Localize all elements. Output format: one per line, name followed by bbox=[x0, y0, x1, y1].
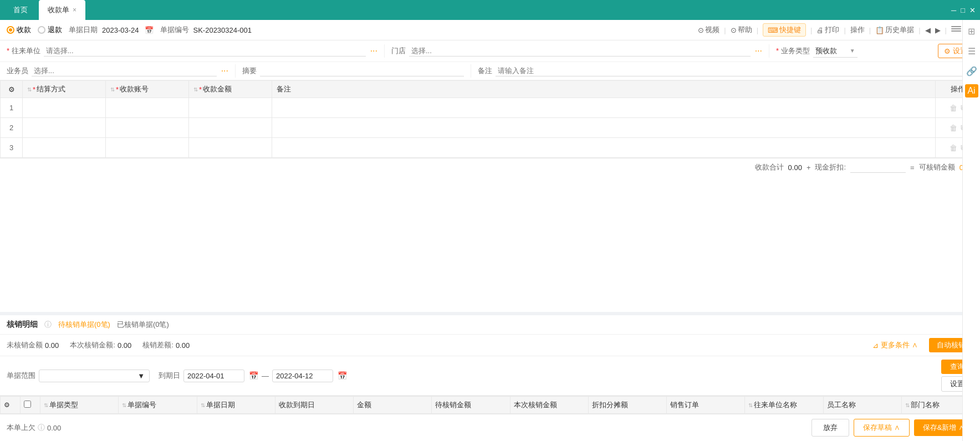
remark-input[interactable] bbox=[496, 65, 973, 76]
help-btn[interactable]: ⊙ 帮助 bbox=[731, 25, 752, 35]
bth-dept-label: 部门名称 bbox=[911, 400, 940, 410]
row-2-amount[interactable] bbox=[189, 118, 272, 138]
counterpart-input[interactable] bbox=[44, 45, 366, 57]
agent-more-icon[interactable]: ··· bbox=[221, 66, 228, 76]
tab-receipt[interactable]: 收款单 × bbox=[39, 0, 85, 20]
close-btn[interactable]: ✕ bbox=[969, 6, 976, 14]
writeoff-table: ⚙ ⇅ 单据类型 ⇅ 单据编号 bbox=[0, 396, 980, 414]
bth-due-date: 收款到期日 bbox=[275, 397, 353, 414]
radio-refund-label: 退款 bbox=[48, 25, 62, 35]
bottom-info-icon[interactable]: ⓘ bbox=[38, 423, 45, 433]
th-settlement-label: 结算方式 bbox=[37, 84, 65, 94]
sum-value1: 0.00 bbox=[788, 163, 802, 172]
row-2-account[interactable] bbox=[106, 118, 189, 138]
sidebar-ai-icon[interactable]: Ai bbox=[965, 84, 978, 98]
range-label: 单据范围 bbox=[7, 371, 35, 381]
save-draft-btn[interactable]: 保存草稿 ∧ bbox=[854, 419, 910, 437]
th-remark-label: 备注 bbox=[277, 85, 291, 93]
row-1-amount[interactable] bbox=[189, 98, 272, 118]
remark-label: 备注 bbox=[478, 66, 492, 76]
row-num-2: 2 bbox=[1, 118, 23, 138]
row-1-remark[interactable] bbox=[272, 98, 936, 118]
agent-field: 业务员 ··· bbox=[7, 65, 228, 76]
keyboard-icon: ⌨ bbox=[768, 26, 778, 34]
store-more-icon[interactable]: ··· bbox=[755, 46, 762, 56]
date-from-calendar-icon[interactable]: 📅 bbox=[249, 371, 258, 380]
row-3-delete-icon[interactable]: 🗑 bbox=[950, 143, 957, 152]
writeoff-header: 核销明细 ⓘ 待核销单据(0笔) 已核销单据(0笔) bbox=[0, 315, 980, 335]
print-btn[interactable]: 🖨 打印 bbox=[816, 25, 839, 35]
more-conditions-btn[interactable]: ⊿ 更多条件 ∧ bbox=[872, 340, 918, 350]
row-3-account[interactable] bbox=[106, 138, 189, 158]
th-gear[interactable]: ⚙ bbox=[1, 81, 23, 98]
video-icon: ⊙ bbox=[698, 26, 704, 34]
row-1-delete-icon[interactable]: 🗑 bbox=[950, 104, 957, 112]
writeoff-section: 核销明细 ⓘ 待核销单据(0笔) 已核销单据(0笔) 未核销金额 0.00 本次… bbox=[0, 312, 980, 414]
row-3-settlement[interactable] bbox=[23, 138, 106, 158]
nav-next-btn[interactable]: ▶ bbox=[935, 26, 941, 34]
agent-label: 业务员 bbox=[7, 66, 28, 76]
filter-icon: ⊿ bbox=[872, 341, 879, 350]
help-icon: ⊙ bbox=[731, 26, 737, 34]
tab-close-icon[interactable]: × bbox=[73, 6, 76, 14]
row-2-delete-icon[interactable]: 🗑 bbox=[950, 124, 957, 132]
row-2-settlement[interactable] bbox=[23, 118, 106, 138]
row-1-account[interactable] bbox=[106, 98, 189, 118]
biz-type-select[interactable]: 预收款 ▼ bbox=[813, 45, 858, 58]
writeoff-info-icon[interactable]: ⓘ bbox=[44, 320, 52, 330]
radio-receipt-label: 收款 bbox=[17, 25, 31, 35]
operation-btn[interactable]: 操作 bbox=[850, 25, 865, 35]
date-to-input[interactable] bbox=[272, 370, 333, 382]
sum-label1: 收款合计 bbox=[755, 162, 784, 172]
more-conditions-label: 更多条件 ∧ bbox=[881, 340, 918, 350]
table-row: 3 🗑 ⧉ bbox=[1, 138, 980, 158]
save-draft-label: 保存草稿 ∧ bbox=[863, 423, 900, 433]
doc-no-value: SK-20230324-001 bbox=[193, 26, 252, 34]
date-from-input[interactable] bbox=[183, 370, 244, 382]
sidebar-table-icon[interactable]: ⊞ bbox=[965, 24, 978, 38]
history-btn[interactable]: 📋 历史单据 bbox=[875, 25, 914, 35]
abandon-btn[interactable]: 放弃 bbox=[811, 419, 849, 437]
radio-refund[interactable]: 退款 bbox=[38, 25, 62, 35]
summary-input[interactable] bbox=[260, 65, 464, 76]
minimize-btn[interactable]: ─ bbox=[951, 6, 956, 14]
bth-checkbox[interactable] bbox=[21, 397, 40, 414]
bth-pending: 待核销金额 bbox=[432, 397, 510, 414]
row-3-remark[interactable] bbox=[272, 138, 936, 158]
window-controls: ─ □ ✕ bbox=[951, 6, 976, 14]
th-amount-label: 收款金额 bbox=[203, 84, 232, 94]
form-row-1: 往来单位 ··· 门店 ··· 业务类型 预收款 ▼ ⚙ 设置 bbox=[0, 40, 980, 62]
writeoff-tab2[interactable]: 已核销单据(0笔) bbox=[117, 320, 169, 330]
agent-input[interactable] bbox=[32, 65, 217, 76]
table-row: 1 🗑 ⧉ bbox=[1, 98, 980, 118]
tab-home[interactable]: 首页 bbox=[4, 0, 37, 20]
bth-counterpart: ⇅ 往来单位名称 bbox=[745, 397, 823, 414]
biz-type-value: 预收款 bbox=[815, 46, 837, 56]
row-3-amount[interactable] bbox=[189, 138, 272, 158]
stats-row: 未核销金额 0.00 本次核销金额: 0.00 核销差额: 0.00 ⊿ 更多条… bbox=[0, 335, 980, 356]
sidebar-list-icon[interactable]: ☰ bbox=[965, 44, 978, 58]
calendar-icon[interactable]: 📅 bbox=[145, 26, 154, 34]
date-to-calendar-icon[interactable]: 📅 bbox=[338, 371, 347, 380]
row-1-settlement[interactable] bbox=[23, 98, 106, 118]
list-view-btn[interactable] bbox=[951, 26, 961, 34]
biz-type-chevron: ▼ bbox=[850, 48, 855, 54]
diff-value: 0.00 bbox=[176, 341, 190, 350]
bth-gear[interactable]: ⚙ bbox=[1, 397, 21, 414]
maximize-btn[interactable]: □ bbox=[961, 6, 965, 14]
select-all-checkbox[interactable] bbox=[24, 401, 31, 408]
sidebar-attach-icon[interactable]: 🔗 bbox=[965, 64, 978, 78]
counterpart-more-icon[interactable]: ··· bbox=[370, 46, 377, 56]
right-sidebar: ⊞ ☰ 🔗 Ai bbox=[962, 20, 980, 441]
range-select[interactable]: ▼ bbox=[39, 370, 150, 382]
settings-icon: ⚙ bbox=[944, 47, 951, 55]
writeoff-tab1[interactable]: 待核销单据(0笔) bbox=[58, 320, 110, 330]
store-input[interactable] bbox=[409, 45, 751, 57]
sum-equals: = bbox=[910, 163, 915, 172]
cash-discount-input[interactable] bbox=[850, 162, 906, 173]
shortcut-btn[interactable]: ⌨ 快捷键 bbox=[763, 23, 806, 37]
nav-prev-btn[interactable]: ◀ bbox=[925, 26, 931, 34]
row-2-remark[interactable] bbox=[272, 118, 936, 138]
radio-receipt[interactable]: 收款 bbox=[7, 25, 31, 35]
video-btn[interactable]: ⊙ 视频 bbox=[698, 25, 719, 35]
